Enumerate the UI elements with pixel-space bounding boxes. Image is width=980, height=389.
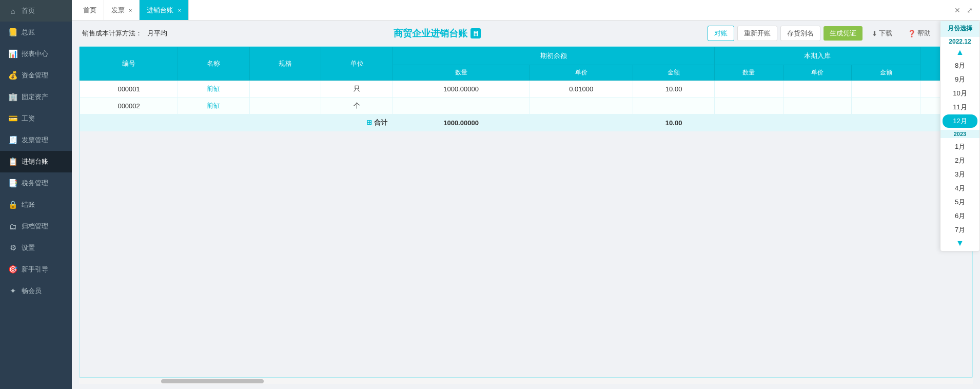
cell-in-qty [715,81,783,98]
cost-method-label: 销售成本计算方法： [82,29,142,37]
month-item-4月[interactable]: 4月 [943,182,977,195]
sidebar-icon-settings: ⚙ [8,243,17,252]
sidebar-icon-archive: 🗂 [8,222,17,231]
sidebar-item-settings[interactable]: ⚙设置 [0,237,72,259]
table-row: 000002 前缸 个 [80,98,972,114]
month-item-8月[interactable]: 8月 [943,59,977,72]
tab-close-purchase-sale[interactable]: × [178,7,181,13]
month-nav-down-button[interactable]: ▼ [954,239,966,248]
month-item-7月[interactable]: 7月 [943,223,977,237]
sidebar-icon-fund: 💰 [8,71,17,80]
name-link[interactable]: 前缸 [207,85,220,92]
cell-opening-amount: 10.00 [633,81,715,98]
tab-bar: 首页发票×进销台账× ✕ ⤢ [72,0,980,21]
cell-opening-qty [393,98,529,114]
col-opening-price: 单价 [530,65,633,81]
month-item-10月[interactable]: 10月 [943,87,977,100]
tab-label-invoice: 发票 [111,6,125,15]
download-button[interactable]: ⬇ 下载 [866,26,898,41]
sidebar-label-report: 报表中心 [22,49,48,59]
cell-unit: 只 [321,81,393,98]
sidebar-item-fund[interactable]: 💰资金管理 [0,65,72,86]
sidebar-icon-purchase-sale: 📋 [8,157,17,166]
table-body: 000001 前缸 只 1000.00000 0.01000 10.00 000… [80,81,972,131]
month-item-5月[interactable]: 5月 [943,196,977,209]
sidebar-label-purchase-sale: 进销台账 [22,157,48,166]
cell-opening-price: 0.01000 [530,81,633,98]
month-item-2月[interactable]: 2月 [943,154,977,167]
sidebar-item-home[interactable]: ⌂首页 [0,0,72,22]
month-item-12月[interactable]: 12月 [943,114,977,128]
top-bar: 销售成本计算方法： 月平均 商贸企业进销台账 目 对账 重新开账 存货别名 生成… [79,26,973,41]
cell-id: 000002 [80,98,178,114]
scroll-bar[interactable] [79,378,973,384]
sidebar-item-fixed-asset[interactable]: 🏢固定资产 [0,86,72,108]
month-item-11月[interactable]: 11月 [943,101,977,114]
months-2022-list: 8月9月10月11月12月 [940,58,979,129]
name-link[interactable]: 前缸 [207,102,220,109]
cell-id: 000001 [80,81,178,98]
sidebar-label-invoice-mgmt: 发票管理 [22,135,48,145]
tab-purchase-sale[interactable]: 进销台账× [140,0,188,20]
month-nav-down: ▼ [940,238,979,249]
tab-invoice[interactable]: 发票× [104,0,140,20]
total-icon: ⊞ [366,119,372,126]
year-2022-label: 2022.12 [940,36,979,47]
reconcile-button[interactable]: 对账 [708,26,734,41]
month-item-3月[interactable]: 3月 [943,168,977,181]
sidebar-item-invoice-mgmt[interactable]: 🧾发票管理 [0,129,72,151]
maximize-window-button[interactable]: ⤢ [966,6,974,14]
total-opening-amount: 10.00 [633,114,715,131]
months-2023-list: 1月2月3月4月5月6月7月 [940,139,979,238]
sidebar-label-settings: 设置 [22,243,35,252]
sidebar-icon-invoice-mgmt: 🧾 [8,135,17,145]
cell-opening-price [530,98,633,114]
month-item-6月[interactable]: 6月 [943,209,977,223]
tab-home[interactable]: 首页 [76,0,104,20]
sidebar-item-ledger[interactable]: 📒总账 [0,22,72,43]
col-opening-amount: 金额 [633,65,715,81]
title-icon[interactable]: 目 [471,28,481,38]
sidebar-item-report[interactable]: 📊报表中心 [0,43,72,65]
cell-spec [249,81,321,98]
total-in-qty [715,114,783,131]
save-alias-button[interactable]: 存货别名 [780,26,820,41]
sidebar-item-guide[interactable]: 🎯新手引导 [0,259,72,280]
close-window-button[interactable]: ✕ [953,6,962,14]
sidebar-label-fund: 资金管理 [22,71,48,80]
sidebar-icon-home: ⌂ [8,7,17,15]
month-nav-up-button[interactable]: ▲ [954,48,966,57]
sidebar-item-purchase-sale[interactable]: 📋进销台账 [0,151,72,172]
sidebar-label-ledger: 总账 [22,28,35,37]
scroll-thumb[interactable] [161,379,264,383]
col-group-opening: 期初余额 [393,47,714,65]
sidebar-item-tax[interactable]: 📑税务管理 [0,172,72,194]
help-button[interactable]: ❓ 帮助 [901,26,937,41]
sidebar-label-fixed-asset: 固定资产 [22,92,48,102]
sidebar-item-member[interactable]: ✦畅会员 [0,280,72,302]
reopen-button[interactable]: 重新开账 [737,26,777,41]
sidebar-item-archive[interactable]: 🗂归档管理 [0,216,72,237]
cost-method-value: 月平均 [147,29,167,37]
total-row: ⊞ 合计 1000.00000 10.00 [80,114,972,131]
sidebar-icon-tax: 📑 [8,179,17,188]
month-panel-title: 月份选择 [940,21,979,36]
table-wrapper: 编号 名称 规格 单位 期初余额 本期入库 数 数量 单价 金额 数量 单价 [79,46,973,378]
cell-in-amount [852,81,920,98]
month-item-9月[interactable]: 9月 [943,73,977,86]
tab-close-invoice[interactable]: × [129,7,132,13]
sidebar-icon-member: ✦ [8,286,17,296]
sidebar-item-close[interactable]: 🔒结账 [0,194,72,216]
sidebar-icon-ledger: 📒 [8,28,17,37]
sidebar: ⌂首页📒总账📊报表中心💰资金管理🏢固定资产💳工资🧾发票管理📋进销台账📑税务管理🔒… [0,0,72,389]
generate-voucher-button[interactable]: 生成凭证 [824,26,863,41]
sidebar-item-salary[interactable]: 💳工资 [0,108,72,129]
month-item-1月[interactable]: 1月 [943,140,977,153]
sidebar-icon-guide: 🎯 [8,265,17,274]
sidebar-label-archive: 归档管理 [22,222,48,231]
col-opening-qty: 数量 [393,65,529,81]
year-2023-label: 2023 [940,130,979,138]
sidebar-label-tax: 税务管理 [22,179,48,188]
col-spec: 规格 [249,47,321,81]
sidebar-label-member: 畅会员 [22,286,42,296]
